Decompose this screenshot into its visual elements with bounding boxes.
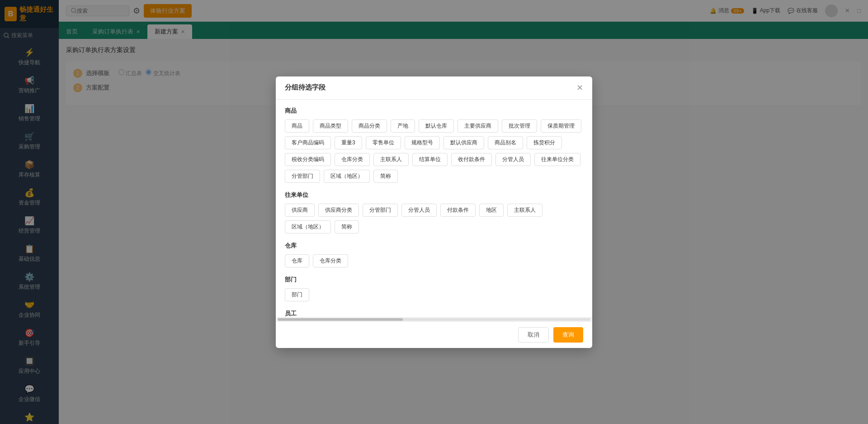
cancel-button[interactable]: 取消 — [518, 327, 549, 343]
field-tag-goods-4[interactable]: 默认仓库 — [419, 119, 454, 133]
field-tag-partner-7[interactable]: 区域（地区） — [285, 220, 331, 233]
field-select-modal: 分组待选字段 ✕ 商品 商品 商品类型 商品分类 产地 默认仓库 主要供应商 批… — [276, 76, 592, 348]
confirm-button[interactable]: 查询 — [553, 327, 583, 343]
field-tag-goods-10[interactable]: 零售单位 — [366, 136, 401, 149]
field-tag-goods-2[interactable]: 商品分类 — [352, 119, 387, 133]
section-goods-title: 商品 — [285, 107, 583, 115]
field-tag-partner-2[interactable]: 分管部门 — [363, 204, 398, 217]
section-partner-title: 往来单位 — [285, 191, 583, 199]
field-tag-partner-4[interactable]: 付款条件 — [440, 204, 476, 217]
section-goods: 商品 商品 商品类型 商品分类 产地 默认仓库 主要供应商 批次管理 保质期管理… — [285, 107, 583, 183]
section-employee: 员工 业务员 — [285, 310, 583, 317]
field-tag-goods-23[interactable]: 区域（地区） — [324, 170, 370, 183]
field-tag-goods-18[interactable]: 结算单位 — [412, 153, 448, 166]
modal-horizontal-scrollbar[interactable] — [276, 317, 592, 321]
section-department-tags: 部门 — [285, 288, 583, 301]
section-employee-title: 员工 — [285, 310, 583, 317]
field-tag-partner-8[interactable]: 简称 — [335, 220, 359, 233]
field-tag-goods-15[interactable]: 税收分类编码 — [285, 153, 331, 166]
field-tag-partner-6[interactable]: 主联系人 — [507, 204, 542, 217]
field-tag-goods-8[interactable]: 客户商品编码 — [285, 136, 331, 149]
field-tag-goods-12[interactable]: 默认供应商 — [443, 136, 484, 149]
section-warehouse-tags: 仓库 仓库分类 — [285, 254, 583, 267]
modal-footer: 取消 查询 — [276, 321, 592, 348]
field-tag-partner-1[interactable]: 供应商分类 — [318, 204, 359, 217]
modal-title: 分组待选字段 — [285, 83, 326, 92]
field-tag-goods-5[interactable]: 主要供应商 — [458, 119, 498, 133]
field-tag-department-0[interactable]: 部门 — [285, 288, 309, 301]
field-tag-goods-22[interactable]: 分管部门 — [285, 170, 320, 183]
field-tag-goods-7[interactable]: 保质期管理 — [541, 119, 581, 133]
field-tag-goods-16[interactable]: 仓库分类 — [335, 153, 370, 166]
field-tag-goods-11[interactable]: 规格型号 — [405, 136, 440, 149]
field-tag-goods-19[interactable]: 收付款条件 — [451, 153, 492, 166]
modal-header: 分组待选字段 ✕ — [276, 76, 592, 100]
section-department: 部门 部门 — [285, 276, 583, 301]
modal-close-button[interactable]: ✕ — [576, 83, 583, 93]
section-partner: 往来单位 供应商 供应商分类 分管部门 分管人员 付款条件 地区 主联系人 区域… — [285, 191, 583, 233]
field-tag-partner-0[interactable]: 供应商 — [285, 204, 315, 217]
field-tag-goods-20[interactable]: 分管人员 — [495, 153, 531, 166]
section-warehouse: 仓库 仓库 仓库分类 — [285, 242, 583, 267]
field-tag-goods-24[interactable]: 简称 — [373, 170, 398, 183]
field-tag-goods-17[interactable]: 主联系人 — [373, 153, 409, 166]
field-tag-goods-6[interactable]: 批次管理 — [502, 119, 537, 133]
modal-hscroll-track — [278, 318, 590, 321]
field-tag-goods-14[interactable]: 拣货积分 — [527, 136, 562, 149]
modal-hscroll-thumb — [278, 318, 403, 321]
section-department-title: 部门 — [285, 276, 583, 284]
modal-body: 商品 商品 商品类型 商品分类 产地 默认仓库 主要供应商 批次管理 保质期管理… — [276, 100, 592, 317]
section-warehouse-title: 仓库 — [285, 242, 583, 250]
field-tag-warehouse-1[interactable]: 仓库分类 — [313, 254, 348, 267]
section-partner-tags: 供应商 供应商分类 分管部门 分管人员 付款条件 地区 主联系人 区域（地区） … — [285, 204, 583, 233]
field-tag-goods-0[interactable]: 商品 — [285, 119, 309, 133]
field-tag-goods-1[interactable]: 商品类型 — [313, 119, 348, 133]
field-tag-goods-13[interactable]: 商品别名 — [488, 136, 523, 149]
field-tag-partner-3[interactable]: 分管人员 — [401, 204, 437, 217]
field-tag-goods-3[interactable]: 产地 — [391, 119, 415, 133]
section-goods-tags: 商品 商品类型 商品分类 产地 默认仓库 主要供应商 批次管理 保质期管理 客户… — [285, 119, 583, 183]
modal-overlay: 分组待选字段 ✕ 商品 商品 商品类型 商品分类 产地 默认仓库 主要供应商 批… — [0, 0, 868, 424]
field-tag-warehouse-0[interactable]: 仓库 — [285, 254, 309, 267]
field-tag-goods-21[interactable]: 往来单位分类 — [534, 153, 580, 166]
field-tag-partner-5[interactable]: 地区 — [479, 204, 504, 217]
field-tag-goods-9[interactable]: 重量3 — [335, 136, 362, 149]
